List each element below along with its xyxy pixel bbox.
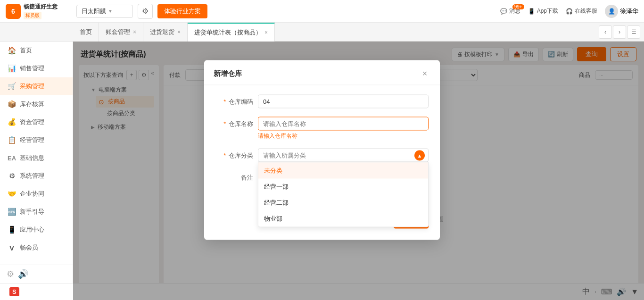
online-service-item[interactable]: 🎧 在线客服: [566, 7, 597, 15]
sidebar-item-sales[interactable]: 📊 销售管理: [0, 59, 73, 77]
sidebar-item-purchase[interactable]: 🛒 采购管理: [0, 77, 73, 95]
logo-area: 6 畅捷通好生意 标员版: [6, 3, 76, 19]
sidebar-item-finance[interactable]: 💰 资金管理: [0, 113, 73, 131]
experience-button[interactable]: 体验行业方案: [157, 4, 207, 18]
settings-small-icon[interactable]: ⚙: [7, 269, 14, 279]
header-right: 💬 消息 99+ 📱 App下载 🎧 在线客服 👤 徐泽华: [500, 5, 638, 18]
dropdown-option-uncategorized[interactable]: 未分类: [258, 163, 428, 179]
sidebar-item-system[interactable]: ⚙ 系统管理: [0, 167, 73, 185]
new-warehouse-modal: 新增仓库 × * 仓库编码 * 仓库名称 请输入仓库名称: [204, 60, 440, 240]
message-icon: 💬: [500, 8, 507, 15]
sidebar: 🏠 首页 📊 销售管理 🛒 采购管理 📦 库存核算 💰 资金管理 📋 经营管理 …: [0, 42, 73, 300]
user-area[interactable]: 👤 徐泽华: [605, 5, 638, 18]
sidebar-item-guide[interactable]: 🆕 新手引导: [0, 203, 73, 221]
name-error-msg: 请输入仓库名称: [258, 132, 429, 140]
volume-icon[interactable]: 🔊: [18, 269, 28, 279]
dropdown-option-dept3[interactable]: 物业部: [258, 211, 428, 227]
category-label: * 仓库分类: [215, 149, 253, 160]
bottom-left: S: [6, 287, 19, 296]
tab-account[interactable]: 账套管理 ×: [99, 23, 143, 42]
form-row-name: * 仓库名称 请输入仓库名称: [215, 117, 429, 140]
finance-icon: 💰: [8, 118, 16, 126]
name-input[interactable]: [258, 117, 429, 131]
sales-icon: 📊: [8, 64, 16, 73]
code-input[interactable]: [258, 95, 429, 108]
sidebar-item-membership[interactable]: V 畅会员: [0, 239, 73, 257]
dropdown-option-dept2[interactable]: 经营二部: [258, 195, 428, 211]
dropdown-toggle-button[interactable]: ▲: [414, 150, 425, 160]
form-row-code: * 仓库编码: [215, 95, 429, 108]
basics-icon: EA: [8, 154, 16, 162]
avatar: 👤: [605, 5, 618, 18]
tab-close-icon[interactable]: ×: [264, 29, 268, 36]
headset-icon: 🎧: [566, 8, 573, 15]
purchase-icon: 🛒: [8, 82, 16, 91]
phone-icon: 📱: [528, 8, 535, 15]
name-label: * 仓库名称: [215, 117, 253, 128]
top-header: 6 畅捷通好生意 标员版 日太阳膜 ▼ ⚙ 体验行业方案 💬 消息 99+ 📱 …: [0, 0, 644, 23]
header-middle: 日太阳膜 ▼ ⚙ 体验行业方案: [76, 4, 500, 19]
tab-purchase-stats[interactable]: 进货单统计表（按商品） ×: [188, 23, 275, 42]
tab-close-icon[interactable]: ×: [177, 29, 181, 35]
code-label: * 仓库编码: [215, 95, 253, 106]
category-dropdown-list: 未分类 经营一部 经营二部 物业部: [258, 162, 429, 227]
guide-icon: 🆕: [8, 208, 16, 216]
s-logo: S: [9, 287, 19, 296]
collab-icon: 🤝: [8, 190, 16, 198]
sidebar-item-inventory[interactable]: 📦 库存核算: [0, 95, 73, 113]
modal-body: * 仓库编码 * 仓库名称 请输入仓库名称 * 仓库分类: [204, 85, 440, 214]
tab-home[interactable]: 首页: [73, 23, 99, 42]
category-input[interactable]: [258, 149, 429, 162]
form-row-category: * 仓库分类 ▲ 未分类 经营一部 经营二部 物业部: [215, 149, 429, 162]
home-icon: 🏠: [8, 46, 16, 55]
note-label: 备注: [215, 171, 253, 182]
gear-button[interactable]: ⚙: [138, 4, 153, 19]
sidebar-item-appstore[interactable]: 📱 应用中心: [0, 221, 73, 239]
modal-header: 新增仓库 ×: [204, 60, 440, 85]
tab-menu-button[interactable]: ☰: [627, 25, 640, 39]
sidebar-item-operations[interactable]: 📋 经营管理: [0, 131, 73, 149]
sidebar-bottom: ⚙ 🔊: [0, 265, 73, 283]
app-download-item[interactable]: 📱 App下载: [528, 7, 558, 15]
operations-icon: 📋: [8, 136, 16, 144]
tab-purchase-return[interactable]: 进货退货 ×: [143, 23, 188, 42]
tab-controls: ‹ › ☰: [599, 25, 644, 39]
sidebar-item-home[interactable]: 🏠 首页: [0, 42, 73, 59]
modal-title: 新增仓库: [214, 69, 242, 78]
tab-next-button[interactable]: ›: [613, 25, 626, 39]
tab-close-icon[interactable]: ×: [133, 29, 136, 35]
tab-prev-button[interactable]: ‹: [599, 25, 612, 39]
name-field: 请输入仓库名称: [258, 117, 429, 140]
membership-icon: V: [8, 243, 16, 252]
sidebar-item-collab[interactable]: 🤝 企业协同: [0, 185, 73, 203]
logo-icon: 6: [6, 4, 21, 19]
messages-item[interactable]: 💬 消息 99+: [500, 7, 520, 15]
logo-text: 畅捷通好生意 标员版: [24, 3, 58, 19]
tab-bar: 首页 账套管理 × 进货退货 × 进货单统计表（按商品） × ‹ › ☰: [0, 23, 644, 42]
category-field: ▲ 未分类 经营一部 经营二部 物业部: [258, 149, 429, 162]
store-selector[interactable]: 日太阳膜 ▼: [76, 5, 133, 18]
sidebar-item-basics[interactable]: EA 基础信息: [0, 149, 73, 167]
appstore-icon: 📱: [8, 225, 16, 234]
inventory-icon: 📦: [8, 100, 16, 108]
chevron-down-icon: ▼: [108, 8, 113, 14]
dropdown-option-dept1[interactable]: 经营一部: [258, 179, 428, 195]
code-field: [258, 95, 429, 108]
modal-close-button[interactable]: ×: [419, 68, 430, 79]
system-icon: ⚙: [8, 172, 16, 180]
